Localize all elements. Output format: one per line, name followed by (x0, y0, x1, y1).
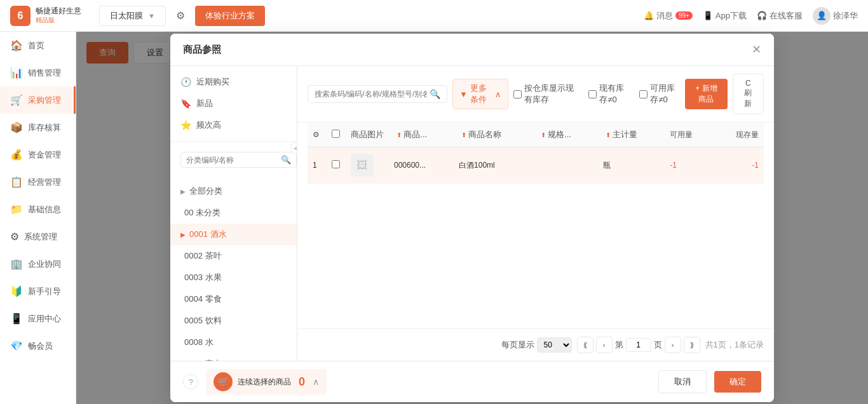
nav-right: 🔔 消息 99+ 📱 App下载 🎧 在线客服 👤 徐泽华 (644, 7, 858, 25)
per-page-dropdown[interactable]: 20 50 100 (537, 337, 572, 353)
category-water[interactable]: 0008 水 (170, 332, 297, 353)
search-toolbar: 🔍 ▼ 更多条件 ∧ 按仓库显示现有库存 (297, 66, 774, 123)
category-beverage[interactable]: 0005 饮料 (170, 310, 297, 332)
select-all-checkbox[interactable] (332, 130, 340, 138)
last-page-button[interactable]: ⟫ (684, 337, 700, 353)
system-icon: ⚙ (10, 231, 19, 243)
product-table-container: ⚙ 商品图片 ⬆ 商品... (297, 123, 774, 328)
message-badge: 99+ (675, 11, 693, 20)
help-icon[interactable]: ? (183, 374, 198, 389)
sidebar-label-operations: 经营管理 (28, 177, 61, 188)
quick-label-recent: 近期购买 (196, 76, 229, 88)
purchase-icon: 🛒 (10, 94, 23, 106)
quick-label-frequent: 频次高 (196, 119, 221, 131)
usable-stock-checkbox[interactable] (639, 90, 648, 98)
chevron-active-icon: ▶ (180, 231, 186, 238)
message-nav-item[interactable]: 🔔 消息 99+ (644, 10, 693, 22)
logo-sub: 精品版 (36, 16, 81, 25)
available-stock-checkbox[interactable] (588, 90, 597, 98)
category-all[interactable]: ▶ 全部分类 (170, 180, 297, 202)
row-checkbox[interactable] (332, 160, 340, 168)
page-number-input[interactable] (626, 338, 651, 352)
search-submit-icon[interactable]: 🔍 (430, 89, 440, 99)
refresh-button[interactable]: C 刷新 (733, 74, 764, 114)
usable-stock-label: 可用库存≠0 (650, 83, 680, 105)
sidebar-item-inventory[interactable]: 📦 库存核算 (0, 114, 76, 141)
chevron-down-icon: ▼ (148, 12, 155, 20)
table-row[interactable]: 1 🖼 000600... 白酒100ml 瓶 (308, 147, 764, 184)
filter-label: 更多条件 (470, 83, 492, 105)
row-image-cell: 🖼 (346, 147, 389, 184)
category-fruit-label: 0003 水果 (184, 272, 222, 283)
product-search-box[interactable]: 🔍 (308, 85, 447, 103)
th-settings: ⚙ (308, 123, 327, 147)
sidebar-label-finance: 资金管理 (28, 149, 61, 161)
available-stock-checkbox-label[interactable]: 现有库存≠0 (588, 83, 629, 105)
th-image: 商品图片 (346, 123, 389, 147)
warehouse-stock-checkbox-label[interactable]: 按仓库显示现有库存 (513, 83, 579, 105)
nav-dropdown[interactable]: 日太阳膜 ▼ (99, 6, 166, 26)
page-nav: ⟪ ‹ 第 页 › ⟫ (577, 337, 700, 353)
basic-info-icon: 📁 (10, 203, 23, 215)
app-download-item[interactable]: 📱 App下载 (703, 10, 747, 22)
next-page-button[interactable]: › (665, 337, 681, 353)
category-appliance[interactable]: 0010 家电 (170, 353, 297, 361)
modal-overlay: 商品参照 ✕ 🕐 近期购买 🔖 (76, 32, 868, 404)
customer-service-item[interactable]: 🎧 在线客服 (757, 10, 803, 22)
avatar: 👤 (813, 7, 831, 25)
footer-left: ? 🛒 连续选择的商品 0 ∧ (183, 369, 327, 394)
confirm-button[interactable]: 确定 (714, 371, 761, 393)
sidebar-label-system: 系统管理 (24, 231, 57, 243)
quick-item-new[interactable]: 🔖 新品 (170, 93, 297, 114)
sidebar-item-home[interactable]: 🏠 首页 (0, 32, 76, 59)
gear-icon[interactable]: ⚙ (176, 10, 185, 22)
experience-button[interactable]: 体验行业方案 (195, 6, 265, 26)
category-fruit[interactable]: 0003 水果 (170, 267, 297, 288)
usable-stock-checkbox-label[interactable]: 可用库存≠0 (639, 83, 680, 105)
category-liquor[interactable]: ▶ 0001 酒水 (170, 224, 297, 245)
category-search-box[interactable]: 🔍 (180, 152, 297, 168)
inventory-icon: 📦 (10, 121, 23, 133)
sidebar-item-operations[interactable]: 📋 经营管理 (0, 168, 76, 196)
sidebar-item-basic-info[interactable]: 📁 基础信息 (0, 196, 76, 223)
th-unit: ⬆ 主计量 (598, 123, 665, 147)
toolbar-right: + 新增商品 C 刷新 (685, 74, 764, 114)
modal-header: 商品参照 ✕ (170, 34, 774, 66)
finance-icon: 💰 (10, 149, 23, 161)
cart-icon[interactable]: 🛒 (214, 372, 233, 391)
cancel-button[interactable]: 取消 (658, 370, 707, 393)
category-snack[interactable]: 0004 零食 (170, 288, 297, 310)
sidebar-item-finance[interactable]: 💰 资金管理 (0, 141, 76, 168)
category-all-label: 全部分类 (189, 185, 222, 197)
filter-checkboxes: 按仓库显示现有库存 现有库存≠0 可用库存≠0 (513, 83, 681, 105)
sidebar-item-system[interactable]: ⚙ 系统管理 (0, 223, 76, 250)
quick-item-recent[interactable]: 🕐 近期购买 (170, 71, 297, 93)
sidebar-item-apps[interactable]: 📱 应用中心 (0, 305, 76, 332)
prev-page-button[interactable]: ‹ (596, 337, 613, 353)
sidebar-item-vip[interactable]: 💎 畅会员 (0, 332, 76, 360)
first-page-button[interactable]: ⟪ (577, 337, 593, 353)
warehouse-stock-checkbox[interactable] (513, 90, 522, 98)
quick-access-section: 🕐 近期购买 🔖 新品 ⭐ 频次高 (170, 66, 297, 142)
sidebar-item-enterprise[interactable]: 🏢 企业协同 (0, 250, 76, 278)
cart-collapse-icon[interactable]: ∧ (313, 377, 319, 387)
star-icon: ⭐ (180, 120, 191, 130)
category-beverage-label: 0005 饮料 (184, 315, 222, 327)
close-icon[interactable]: ✕ (752, 43, 761, 57)
headset-icon: 🎧 (757, 11, 767, 20)
category-uncategorized[interactable]: 00 未分类 (170, 202, 297, 224)
sidebar-label-purchase: 采购管理 (28, 95, 61, 106)
sidebar-item-purchase[interactable]: 🛒 采购管理 (0, 86, 76, 114)
main-layout: 🏠 首页 📊 销售管理 🛒 采购管理 📦 库存核算 💰 资金管理 📋 经营管理 … (0, 32, 868, 404)
sidebar-label-apps: 应用中心 (28, 313, 61, 325)
quick-item-frequent[interactable]: ⭐ 频次高 (170, 114, 297, 136)
category-search-input[interactable] (186, 156, 281, 165)
sidebar-item-guide[interactable]: 🔰 新手引导 (0, 278, 76, 305)
user-item[interactable]: 👤 徐泽华 (813, 7, 858, 25)
category-tea[interactable]: 0002 茶叶 (170, 245, 297, 267)
search-icon[interactable]: 🔍 (281, 155, 291, 165)
add-product-button[interactable]: + 新增商品 (685, 79, 727, 109)
product-search-input[interactable] (315, 90, 427, 98)
sidebar-item-sales[interactable]: 📊 销售管理 (0, 59, 76, 86)
filter-button[interactable]: ▼ 更多条件 ∧ (452, 79, 508, 109)
